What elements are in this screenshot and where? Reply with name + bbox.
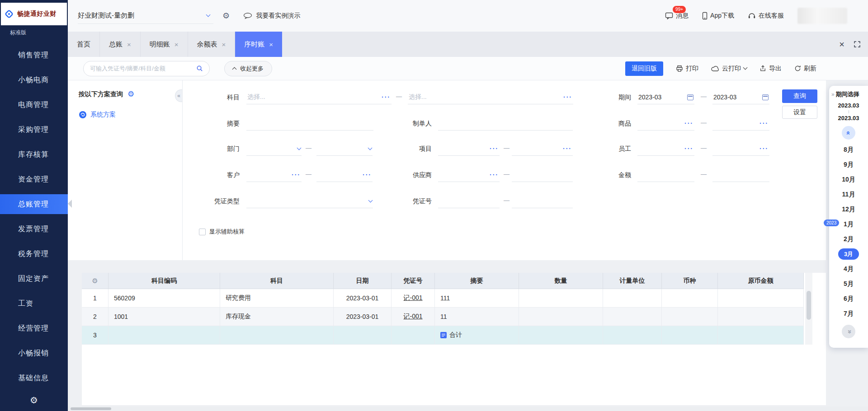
goods-from-input[interactable] [638, 120, 684, 127]
sidebar-item-xiaochang-ecommerce[interactable]: 小畅电商 [0, 70, 68, 90]
month-item[interactable]: 7月 [829, 306, 868, 321]
table-gear-icon[interactable]: ⚙ [92, 277, 98, 285]
col-header[interactable]: 凭证号 [392, 273, 435, 289]
company-select[interactable]: 好业财测试-量勿删 [78, 8, 213, 24]
voucher-type-select[interactable] [246, 194, 373, 208]
employee-from-field[interactable]: ··· [637, 142, 694, 156]
query-button[interactable]: 查询 [782, 89, 817, 103]
amount-from-field[interactable] [637, 168, 694, 182]
sidebar-item-xiaochang-reimburse[interactable]: 小畅报销 [0, 343, 68, 363]
dept-to-input[interactable] [317, 145, 368, 152]
ellipsis-picker-button[interactable]: ··· [684, 120, 693, 127]
close-icon[interactable]: × [127, 41, 131, 48]
customer-from-input[interactable] [247, 171, 292, 178]
table-vertical-scrollbar[interactable] [805, 273, 812, 345]
summary-input[interactable] [247, 120, 373, 127]
online-service-button[interactable]: 在线客服 [748, 12, 784, 20]
calendar-icon[interactable] [687, 94, 693, 100]
checkbox-icon[interactable] [199, 229, 206, 235]
tab-balance-sheet[interactable]: 余额表× [188, 32, 236, 57]
sidebar-item-fixed-assets[interactable]: 固定资产 [0, 269, 68, 289]
ellipsis-picker-button[interactable]: ··· [363, 171, 372, 178]
settings-button[interactable]: 设置 [782, 106, 817, 119]
supplier-to-field[interactable] [512, 168, 573, 182]
project-from-input[interactable] [439, 145, 490, 152]
voucher-no-to-field[interactable] [512, 194, 573, 208]
collapse-more-button[interactable]: 收起更多 [224, 61, 272, 76]
ellipsis-picker-button[interactable]: ··· [760, 120, 769, 127]
sidebar-item-invoice-mgmt[interactable]: 发票管理 [0, 219, 68, 239]
scroll-months-up-button[interactable]: « [842, 126, 855, 140]
back-to-old-button[interactable]: 退回旧版 [625, 61, 663, 76]
sidebar-item-ecommerce-mgmt[interactable]: 电商管理 [0, 95, 68, 115]
col-header[interactable]: 数量 [519, 273, 603, 289]
dept-to-select[interactable] [316, 142, 373, 156]
maker-input[interactable] [439, 120, 572, 127]
ellipsis-picker-button[interactable]: ··· [490, 145, 499, 152]
amount-from-input[interactable] [638, 171, 693, 178]
horizontal-scrollbar[interactable] [68, 406, 868, 411]
show-aux-checkbox-row[interactable]: 显示辅助核算 [199, 228, 245, 236]
col-header[interactable]: 摘要 [435, 273, 519, 289]
voucher-no-from-field[interactable] [438, 194, 500, 208]
sidebar-item-tax-mgmt[interactable]: 税务管理 [0, 244, 68, 264]
amount-to-field[interactable] [712, 168, 769, 182]
col-header[interactable]: 币种 [662, 273, 718, 289]
employee-to-input[interactable] [713, 145, 760, 152]
ellipsis-picker-button[interactable]: ··· [563, 145, 572, 152]
export-button[interactable]: 导出 [760, 65, 782, 73]
goods-to-input[interactable] [713, 120, 760, 127]
summary-field[interactable] [246, 117, 373, 131]
month-item[interactable]: 5月 [829, 276, 868, 291]
scrollbar-thumb[interactable] [71, 407, 111, 410]
dept-from-input[interactable] [247, 145, 297, 152]
period-from-field[interactable] [637, 90, 694, 104]
supplier-to-input[interactable] [513, 171, 572, 178]
goods-from-field[interactable]: ··· [637, 117, 694, 131]
close-icon[interactable]: × [222, 41, 226, 48]
fullscreen-icon[interactable] [854, 32, 861, 57]
tab-general-ledger[interactable]: 总账× [100, 32, 141, 57]
period-panel-collapse-handle[interactable]: » [831, 91, 835, 98]
cloud-print-button[interactable]: 云打印 [711, 65, 747, 73]
scroll-months-down-button[interactable]: « [842, 325, 855, 338]
tab-detail-ledger[interactable]: 明细账× [141, 32, 188, 57]
tab-journal[interactable]: 序时账× [235, 32, 282, 57]
calendar-icon[interactable] [762, 94, 769, 100]
col-header[interactable]: 原币金额 [718, 273, 804, 289]
dept-from-select[interactable] [246, 142, 302, 156]
voucher-type-input[interactable] [247, 197, 369, 205]
goods-to-field[interactable]: ··· [712, 117, 769, 131]
sidebar-item-payroll[interactable]: 工资 [0, 294, 68, 313]
subject-from-select[interactable]: 选择... ··· [246, 90, 392, 104]
scheme-item-system[interactable]: 系统方案 [79, 111, 182, 119]
ellipsis-picker-button[interactable]: ··· [292, 171, 301, 178]
employee-to-field[interactable]: ··· [712, 142, 769, 156]
voucher-no-to-input[interactable] [513, 197, 572, 205]
project-from-field[interactable]: ··· [438, 142, 500, 156]
period-to-field[interactable] [712, 90, 769, 104]
search-box[interactable] [83, 61, 210, 76]
sidebar-collapse-handle[interactable] [68, 200, 72, 208]
sidebar-item-general-ledger[interactable]: 总账管理 [0, 194, 68, 214]
project-to-input[interactable] [513, 145, 563, 152]
close-icon[interactable]: × [175, 41, 179, 48]
customer-to-field[interactable]: ··· [316, 168, 373, 182]
close-icon[interactable]: × [269, 41, 273, 48]
col-header[interactable]: 日期 [334, 273, 392, 289]
gear-icon[interactable]: ⚙ [222, 11, 230, 21]
ellipsis-picker-button[interactable]: ··· [490, 171, 499, 178]
month-item[interactable]: 11月 [829, 187, 868, 202]
month-item[interactable]: 8月 [829, 142, 868, 157]
supplier-from-input[interactable] [439, 171, 490, 178]
col-header[interactable]: 科目编码 [108, 273, 220, 289]
scheme-gear-icon[interactable]: ⚙ [127, 89, 134, 99]
chevron-down-icon[interactable] [297, 145, 302, 150]
month-item[interactable]: 9月 [829, 157, 868, 172]
amount-to-input[interactable] [713, 171, 769, 178]
ellipsis-picker-button[interactable]: ··· [684, 145, 693, 152]
chevron-down-icon[interactable] [368, 198, 373, 202]
period-to-input[interactable] [713, 93, 762, 101]
demo-link[interactable]: 我要看实例演示 [243, 12, 300, 20]
tab-home[interactable]: 首页 [68, 32, 100, 57]
